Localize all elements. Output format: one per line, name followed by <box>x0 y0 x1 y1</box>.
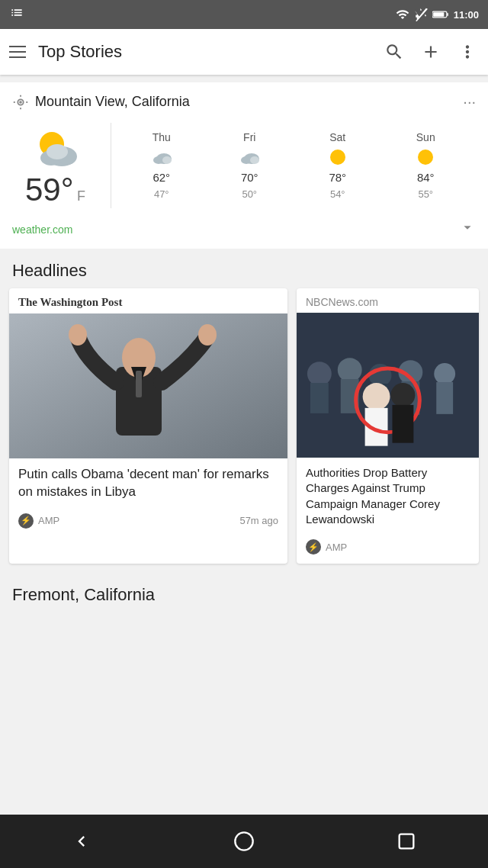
menu-button[interactable] <box>9 46 26 58</box>
status-bar: 11:00 <box>0 0 488 29</box>
chevron-down-icon <box>459 219 476 236</box>
svg-rect-2 <box>433 12 444 17</box>
svg-point-15 <box>250 156 259 164</box>
weather-location-row[interactable]: Mountain View, California ··· <box>0 82 488 117</box>
battery-icon <box>432 8 449 21</box>
bottom-nav <box>0 815 488 868</box>
article-1-image <box>9 313 287 458</box>
article-2-footer: ⚡ AMP <box>297 533 479 564</box>
svg-rect-42 <box>400 834 414 849</box>
svg-point-26 <box>307 362 332 386</box>
article-2-amp: ⚡ AMP <box>306 539 347 555</box>
add-button[interactable] <box>419 40 442 63</box>
svg-point-4 <box>19 101 22 104</box>
signal-icon <box>414 8 428 21</box>
home-icon <box>233 831 255 852</box>
recents-icon <box>396 831 417 852</box>
weather-more-button[interactable]: ··· <box>463 93 476 111</box>
svg-point-23 <box>198 324 217 346</box>
article-1-source: The Washington Post <box>9 288 287 313</box>
more-button[interactable] <box>456 40 479 63</box>
weather-forecast: Thu 62° 47° Fri 70° 50° <box>111 131 476 200</box>
svg-rect-40 <box>392 405 413 443</box>
temp-unit: F <box>77 188 85 204</box>
article-card-2[interactable]: NBCNews.com <box>297 288 479 564</box>
location-section: Fremont, California <box>0 573 488 674</box>
weather-source[interactable]: weather.com <box>12 223 72 236</box>
svg-point-17 <box>418 149 433 165</box>
svg-point-9 <box>47 144 68 159</box>
weather-expand-button[interactable] <box>459 219 476 240</box>
forecast-sat: Sat 78° 54° <box>326 131 349 200</box>
article-1-title: Putin calls Obama 'decent man' for remar… <box>9 458 287 507</box>
svg-point-34 <box>434 363 455 384</box>
amp-icon-2: ⚡ <box>306 539 321 555</box>
headlines-list: The Washington Post <box>0 288 488 573</box>
svg-point-16 <box>330 149 345 165</box>
svg-rect-1 <box>447 13 448 16</box>
svg-rect-35 <box>436 382 453 414</box>
svg-point-22 <box>69 324 87 346</box>
time-display: 11:00 <box>454 9 479 21</box>
forecast-thu-icon <box>150 148 173 166</box>
location-title: Fremont, California <box>12 585 476 605</box>
article-2-source: NBCNews.com <box>297 288 479 313</box>
weather-current: 59° F <box>12 123 111 208</box>
svg-point-14 <box>241 156 252 164</box>
weather-location-text: Mountain View, California <box>35 94 190 110</box>
headlines-label: Headlines <box>0 249 488 288</box>
forecast-fri-icon <box>238 148 261 166</box>
article-2-title: Authorities Drop Battery Charges Against… <box>297 458 479 533</box>
svg-point-28 <box>338 358 362 382</box>
wifi-icon <box>396 8 409 21</box>
article-1-amp: ⚡ AMP <box>18 513 59 529</box>
headlines-section: Headlines The Washington Post <box>0 249 488 573</box>
svg-rect-27 <box>310 383 329 413</box>
article-2-image-svg <box>297 313 479 458</box>
page-title: Top Stories <box>38 42 371 62</box>
weather-footer: weather.com <box>0 211 488 249</box>
temp-value: 59° <box>25 172 74 207</box>
app-bar-actions <box>383 40 479 63</box>
article-1-image-svg <box>9 313 287 458</box>
forecast-sun: Sun 84° 55° <box>414 131 437 200</box>
search-icon <box>384 42 404 62</box>
forecast-thu: Thu 62° 47° <box>150 131 173 200</box>
article-1-time: 57m ago <box>239 515 278 526</box>
svg-point-36 <box>363 383 390 410</box>
notification-icon <box>9 7 24 22</box>
recents-button[interactable] <box>384 818 429 864</box>
weather-current-icon <box>25 123 86 172</box>
forecast-fri: Fri 70° 50° <box>238 131 261 200</box>
svg-point-11 <box>153 156 164 164</box>
weather-card: Mountain View, California ··· 59° F <box>0 82 488 249</box>
current-temp: 59° F <box>25 172 85 208</box>
article-1-footer: ⚡ AMP 57m ago <box>9 507 287 538</box>
svg-rect-24 <box>136 371 142 397</box>
svg-point-39 <box>390 383 415 407</box>
back-button[interactable] <box>59 818 104 864</box>
forecast-sun-icon <box>414 148 437 166</box>
status-bar-right: 11:00 <box>396 8 479 21</box>
search-button[interactable] <box>383 40 406 63</box>
article-card-1[interactable]: The Washington Post <box>9 288 287 564</box>
article-2-image <box>297 313 479 458</box>
more-icon <box>458 42 477 62</box>
status-bar-left <box>9 7 24 22</box>
svg-point-41 <box>235 832 252 850</box>
home-button[interactable] <box>221 818 267 864</box>
app-bar: Top Stories <box>0 29 488 75</box>
back-icon <box>71 831 92 852</box>
location-icon <box>12 94 29 111</box>
weather-body: 59° F Thu 62° 47° Fri <box>0 117 488 211</box>
amp-icon-1: ⚡ <box>18 513 34 529</box>
forecast-sat-icon <box>326 148 349 166</box>
add-icon <box>421 42 441 62</box>
svg-point-12 <box>162 156 172 164</box>
